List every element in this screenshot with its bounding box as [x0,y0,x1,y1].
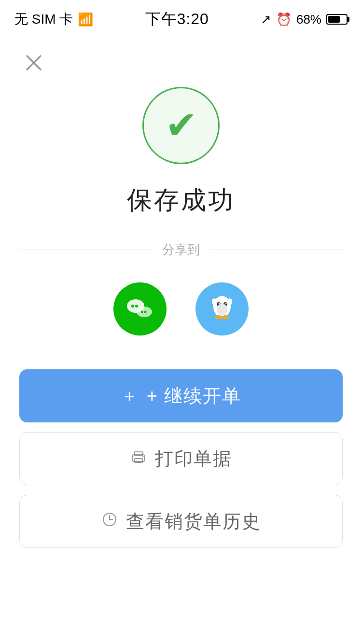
svg-point-17 [222,315,229,319]
svg-point-11 [219,303,220,305]
checkmark-icon: ✔ [165,106,197,145]
continue-order-button[interactable]: ＋ + 继续开单 [19,369,343,422]
svg-point-15 [227,298,232,305]
share-wechat-button[interactable] [113,282,167,336]
wifi-icon: 📶 [78,12,93,27]
svg-point-7 [144,311,147,313]
svg-point-4 [135,305,138,308]
history-button[interactable]: 查看销货单历史 [19,495,343,548]
share-divider: 分享到 [19,241,343,258]
alarm-icon: ⏰ [276,12,292,27]
close-icon [25,54,42,71]
location-icon: ↗ [261,12,271,27]
carrier-text: 无 SIM 卡 [14,10,73,28]
svg-point-14 [212,298,217,305]
continue-order-label: + 继续开单 [147,384,242,408]
print-label: 打印单据 [155,447,232,471]
success-circle: ✔ [142,87,220,164]
svg-point-12 [225,303,227,305]
share-label: 分享到 [162,241,200,258]
svg-point-16 [215,315,223,319]
close-button[interactable] [19,48,48,77]
battery-percent: 68% [296,12,321,27]
svg-point-22 [142,456,144,457]
main-content: ✔ 保存成功 分享到 [0,39,362,567]
divider-line-right [209,250,343,250]
success-title: 保存成功 [127,183,235,217]
svg-point-3 [131,305,134,308]
battery-fill [328,16,340,23]
status-bar: 无 SIM 卡 📶 下午3:20 ↗ ⏰ 68% [0,0,362,39]
svg-point-6 [141,311,143,313]
printer-icon [130,448,147,470]
action-buttons: ＋ + 继续开单 打印单据 查看销货单历史 [19,369,343,548]
svg-point-18 [217,304,227,315]
status-left: 无 SIM 卡 📶 [14,10,93,28]
share-qq-button[interactable] [195,282,249,336]
history-label: 查看销货单历史 [126,509,261,534]
history-icon [101,511,118,532]
divider-line-left [19,250,153,250]
plus-icon: ＋ [121,384,139,408]
status-right: ↗ ⏰ 68% [261,12,348,27]
share-icons [113,282,249,336]
status-time: 下午3:20 [145,9,209,30]
print-button[interactable]: 打印单据 [19,432,343,485]
battery-icon [326,14,348,25]
wechat-icon [124,295,156,322]
qq-icon [205,292,239,326]
